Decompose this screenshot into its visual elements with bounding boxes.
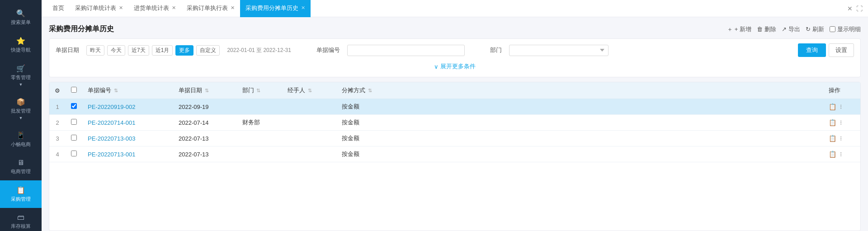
filter-today-btn[interactable]: 今天 — [107, 45, 125, 56]
tab-actions: ✕ ⛶ — [847, 5, 863, 12]
row-checkbox[interactable] — [71, 151, 77, 156]
col-action-header: 操作 — [823, 82, 860, 99]
export-button[interactable]: ↗ 导出 — [782, 25, 800, 33]
tab-home-label: 首页 — [52, 4, 64, 12]
more-icon[interactable]: ⁝ — [840, 135, 842, 142]
expand-more-button[interactable]: ∨ 展开更多条件 — [434, 61, 476, 72]
close-icon[interactable]: ✕ — [231, 5, 235, 11]
doc-no-link[interactable]: PE-20220919-002 — [88, 104, 136, 110]
sort-icon: ⇅ — [256, 88, 260, 93]
close-all-tabs-button[interactable]: ✕ — [847, 5, 853, 12]
filter-7days-btn[interactable]: 近7天 — [128, 45, 149, 56]
sidebar-item-wholesale[interactable]: 📦 批发管理 ▼ — [0, 92, 42, 126]
row-checkbox[interactable] — [71, 119, 77, 125]
row-checkbox-cell[interactable] — [66, 131, 82, 146]
row-dept: 财务部 — [237, 115, 282, 131]
row-num-cell: 4 — [49, 146, 66, 162]
col-split-method-header[interactable]: 分摊方式 ⇅ — [336, 82, 823, 99]
show-detail-checkbox[interactable] — [830, 26, 835, 32]
doc-no-link[interactable]: PE-20220714-001 — [88, 119, 136, 126]
row-handler — [282, 146, 336, 162]
row-checkbox-cell[interactable] — [66, 115, 82, 131]
row-actions: 📋 ⁝ — [829, 103, 855, 110]
more-icon[interactable]: ⁝ — [840, 103, 842, 110]
row-dept — [237, 131, 282, 146]
sidebar-item-purchase[interactable]: 📋 采购管理 — [0, 180, 42, 208]
row-actions-cell: 📋 ⁝ — [823, 99, 860, 115]
sidebar-item-search[interactable]: 🔍 搜索菜单 — [0, 4, 42, 31]
row-num-cell: 3 — [49, 131, 66, 146]
col-handler-label: 经手人 — [288, 87, 305, 94]
select-all-checkbox[interactable] — [71, 87, 77, 93]
row-checkbox-cell[interactable] — [66, 99, 82, 115]
row-split-method: 按金额 — [336, 146, 823, 162]
header-actions: ＋ + 新增 🗑 删除 ↗ 导出 ↻ 刷新 显示明细 — [727, 25, 861, 33]
filter-custom-btn[interactable]: 自定义 — [196, 45, 220, 56]
doc-no-link[interactable]: PE-20220713-001 — [88, 151, 136, 158]
more-icon[interactable]: ⁝ — [840, 151, 842, 158]
more-icon[interactable]: ⁝ — [840, 119, 842, 126]
doc-no-link[interactable]: PE-20220713-003 — [88, 135, 136, 142]
row-checkbox[interactable] — [71, 135, 77, 141]
close-icon[interactable]: ✕ — [301, 5, 305, 11]
row-dept — [237, 146, 282, 162]
setting-button[interactable]: 设置 — [829, 43, 854, 57]
row-doc-no: PE-20220714-001 — [82, 115, 173, 131]
tab-purchase-order-exec[interactable]: 采购订单执行表 ✕ — [181, 0, 240, 17]
tab-purchase-cost-history[interactable]: 采购费用分摊单历史 ✕ — [240, 0, 311, 17]
shortcut-icon: ⭐ — [16, 37, 25, 45]
filter-1month-btn[interactable]: 近1月 — [152, 45, 173, 56]
edit-icon[interactable]: 📋 — [829, 135, 836, 142]
col-doc-date-header[interactable]: 单据日期 ⇅ — [173, 82, 237, 99]
delete-button[interactable]: 🗑 删除 — [757, 25, 776, 33]
sort-icon: ⇅ — [368, 88, 372, 93]
col-settings[interactable]: ⚙ — [49, 82, 66, 99]
edit-icon[interactable]: 📋 — [829, 119, 836, 126]
col-action-label: 操作 — [829, 87, 840, 94]
table-row: 1 PE-20220919-002 2022-09-19 按金额 📋 ⁝ — [49, 99, 860, 115]
close-icon[interactable]: ✕ — [172, 5, 176, 11]
col-dept-header[interactable]: 部门 ⇅ — [237, 82, 282, 99]
filter-dept-label: 部门 — [490, 46, 502, 54]
page-content: 采购费用分摊单历史 ＋ + 新增 🗑 删除 ↗ 导出 ↻ 刷新 — [42, 17, 868, 231]
table-row: 2 PE-20220714-001 2022-07-14 财务部 按金额 📋 ⁝ — [49, 115, 860, 131]
row-split-method: 按金额 — [336, 131, 823, 146]
sidebar-item-retail[interactable]: 🛒 零售管理 ▼ — [0, 59, 42, 92]
row-doc-no: PE-20220713-003 — [82, 131, 173, 146]
close-icon[interactable]: ✕ — [119, 5, 123, 11]
purchase-icon: 📋 — [16, 186, 25, 194]
filter-more-btn[interactable]: 更多 — [175, 45, 193, 56]
query-button[interactable]: 查询 — [798, 43, 826, 57]
tab-purchase-order-stats[interactable]: 采购订单统计表 ✕ — [70, 0, 128, 17]
col-checkbox-header[interactable] — [66, 82, 82, 99]
filter-date-label: 单据日期 — [56, 46, 79, 54]
filter-doc-no-input[interactable] — [347, 45, 465, 56]
edit-icon[interactable]: 📋 — [829, 103, 836, 110]
edit-icon[interactable]: 📋 — [829, 151, 836, 158]
expand-more-label: 展开更多条件 — [440, 62, 476, 71]
data-table-wrap: ⚙ 单据编号 ⇅ 单据日期 ⇅ 部门 — [49, 82, 861, 231]
ecommerce-icon: 🖥 — [17, 159, 24, 167]
filter-dept-select[interactable]: 财务部 — [509, 45, 609, 56]
sort-icon: ⇅ — [205, 88, 209, 93]
show-detail-checkbox-label[interactable]: 显示明细 — [830, 25, 861, 33]
col-handler-header[interactable]: 经手人 ⇅ — [282, 82, 336, 99]
filter-date-range: 2022-01-01 至 2022-12-31 — [227, 47, 291, 54]
tab-inbound-stats[interactable]: 进货单统计表 ✕ — [128, 0, 181, 17]
sidebar-item-shortcut[interactable]: ⭐ 快捷导航 — [0, 31, 42, 59]
sidebar-item-inventory[interactable]: 🗃 库存核算 — [0, 208, 42, 231]
row-doc-no: PE-20220713-001 — [82, 146, 173, 162]
row-checkbox[interactable] — [71, 103, 77, 109]
maximize-button[interactable]: ⛶ — [856, 5, 863, 12]
refresh-label: 刷新 — [812, 25, 824, 33]
sidebar-item-miniapp[interactable]: 📱 小畅电商 — [0, 126, 42, 153]
tab-home[interactable]: 首页 — [47, 0, 70, 17]
export-label: 导出 — [788, 25, 800, 33]
add-button[interactable]: ＋ + 新增 — [727, 25, 751, 33]
sidebar-item-ecommerce[interactable]: 🖥 电商管理 — [0, 153, 42, 180]
inventory-icon: 🗃 — [17, 213, 24, 222]
refresh-button[interactable]: ↻ 刷新 — [806, 25, 824, 33]
filter-yesterday-btn[interactable]: 昨天 — [86, 45, 104, 56]
col-doc-no-header[interactable]: 单据编号 ⇅ — [82, 82, 173, 99]
row-checkbox-cell[interactable] — [66, 146, 82, 162]
